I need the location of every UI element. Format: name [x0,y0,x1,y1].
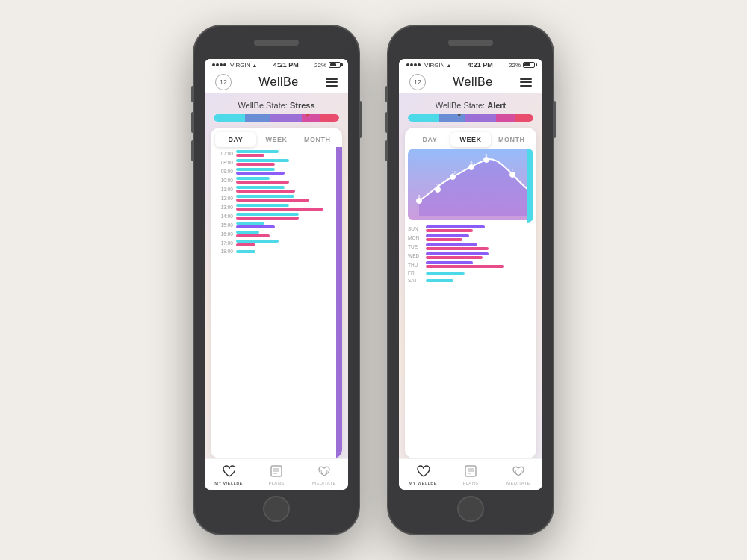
nav-meditate-label-1: MEDITATE [312,481,336,485]
nav-meditate-1[interactable]: MEDITATE [300,459,348,490]
state-label-2: WellBe State: Alert [399,93,542,114]
time-1300: 13:00 [215,205,233,210]
time-0900: 09:00 [215,169,233,174]
wifi-icon-2: ▲ [447,63,452,68]
bar-1300-pink [236,208,323,211]
signal-dots-2 [406,63,421,66]
battery-icon-2 [523,62,535,68]
point-0 [417,199,422,204]
point-4 [510,172,515,178]
label-wed: WED [408,253,423,258]
dot3-2 [414,63,417,66]
bar-1800-cyan [236,250,255,253]
bars-0900 [236,168,338,175]
dot1 [212,63,215,66]
bar-tue-pink [426,247,489,250]
app-title-1: WellBe [258,75,298,89]
bar-0900-cyan [236,168,275,171]
row-wed: WED [408,252,533,259]
bar-seg-purple-2 [465,114,496,122]
time-1800: 18:00 [215,249,233,254]
plans-icon-2 [465,465,477,479]
label-fri: FRI [408,270,423,276]
app-content-2: WellBe State: Alert ♥ [399,93,542,458]
app-content-1: WellBe State: Stress ♥ [205,93,348,458]
home-button-1[interactable] [263,496,290,522]
nav-plans-label-2: PLANS [462,481,478,485]
point-1 [436,187,441,193]
badge-2[interactable]: 12 [409,74,426,90]
silent-button-2 [385,86,388,102]
bar-1600-cyan [236,231,259,234]
row-0700: 07:00 [215,150,338,157]
row-sun: SUN [408,225,533,232]
nav-mywellbe-1[interactable]: MY WELLBE [205,459,252,490]
tab-month-1[interactable]: MONTH [297,132,338,147]
nav-plans-label-1: PLANS [268,481,284,485]
bar-mon-pink [426,238,462,241]
wifi-icon-1: ▲ [252,63,258,68]
nav-plans-1[interactable]: PLANS [252,459,300,490]
week-chart-2: 9 9 10 9 9 7 5 [405,147,536,458]
heart-icon-2 [416,465,430,479]
status-right-1: 22% [314,62,341,69]
point-label-2: 10 [452,170,457,175]
battery-icon-1 [329,62,341,68]
bars-1500 [236,222,338,228]
tab-month-2[interactable]: MONTH [491,132,532,147]
gradient-bg-1: WellBe State: Stress ♥ [205,93,348,458]
tab-day-2[interactable]: DAY [409,132,450,147]
bars-1200 [236,195,338,202]
bar-0800-cyan [236,159,289,162]
bottom-nav-1: MY WELLBE PLANS MEDITATE [205,458,348,490]
ham-line2 [326,81,338,83]
bar-1300-cyan [236,204,289,207]
time-1: 4:21 PM [273,61,299,69]
bars-0800 [236,159,338,166]
status-left-2: VIRGIN ▲ [406,62,452,69]
tab-day-1[interactable]: DAY [215,132,256,147]
bars-thu [426,261,533,268]
silent-button [191,86,194,102]
row-1100: 11:00 [215,186,338,193]
row-1800: 18:00 [215,249,338,254]
bar-seg-cyan-2 [408,114,439,122]
home-button-2[interactable] [457,496,484,522]
ham-line1-2 [520,78,532,80]
nav-plans-2[interactable]: PLANS [447,459,495,490]
tab-week-2[interactable]: WEEK [450,132,492,147]
side-bleed-2 [527,149,533,223]
bar-0700-cyan [236,150,279,153]
bars-sat [426,279,533,282]
time-0800: 08:00 [215,160,233,165]
nav-meditate-2[interactable]: MEDITATE [495,459,542,490]
badge-1[interactable]: 12 [215,74,232,90]
volume-up-button [191,112,194,133]
row-thu: THU [408,261,533,268]
bar-1500-purple [236,225,275,228]
time-1200: 12:00 [215,196,233,201]
row-mon: MON [408,234,533,241]
lotus-icon-2 [511,465,526,479]
battery-fill-1 [330,63,336,66]
color-bar-2: ♥ [408,114,533,122]
bar-seg-pink1-2 [496,114,515,122]
ind-heart-2: ♥ [457,114,461,119]
nav-mywellbe-2[interactable]: MY WELLBE [399,459,447,490]
tab-week-1[interactable]: WEEK [256,132,297,147]
heart-icon-1 [222,465,235,479]
bars-0700 [236,150,338,157]
bar-thu-pink [426,265,504,268]
bar-seg-cyan [214,114,245,122]
hamburger-menu-2[interactable] [520,78,532,87]
time-1400: 14:00 [215,214,233,219]
bars-tue [426,243,533,250]
card-2: DAY WEEK MONTH [405,128,536,458]
row-1400: 14:00 [215,213,338,220]
dot4 [223,63,226,66]
ham-line3-2 [520,85,532,87]
row-1600: 16:00 [215,231,338,237]
hamburger-menu-1[interactable] [326,78,338,87]
dot1-2 [406,63,409,66]
bars-1000 [236,177,338,184]
